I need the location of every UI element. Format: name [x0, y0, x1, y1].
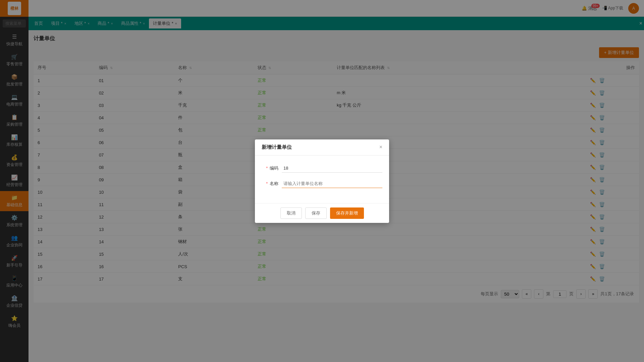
name-label: * 名称 [262, 181, 278, 187]
cancel-button[interactable]: 取消 [280, 207, 302, 219]
code-label: * 编码 [262, 165, 278, 171]
code-required-mark: * [266, 166, 268, 171]
code-input[interactable] [282, 164, 382, 173]
modal-title: 新增计量单位 [262, 144, 292, 150]
save-button[interactable]: 保存 [305, 207, 327, 219]
modal-overlay: 新增计量单位 × * 编码 * 名称 取消 保存 保存并新增 [0, 0, 644, 362]
name-input[interactable] [282, 179, 382, 188]
modal-header: 新增计量单位 × [255, 139, 389, 156]
modal-footer: 取消 保存 保存并新增 [255, 203, 389, 223]
save-and-new-button[interactable]: 保存并新增 [330, 207, 364, 219]
modal-body: * 编码 * 名称 [255, 156, 389, 203]
name-form-row: * 名称 [262, 179, 382, 188]
modal-close-button[interactable]: × [379, 144, 382, 150]
code-form-row: * 编码 [262, 164, 382, 173]
add-unit-modal: 新增计量单位 × * 编码 * 名称 取消 保存 保存并新增 [255, 139, 389, 223]
name-required-mark: * [266, 181, 268, 186]
